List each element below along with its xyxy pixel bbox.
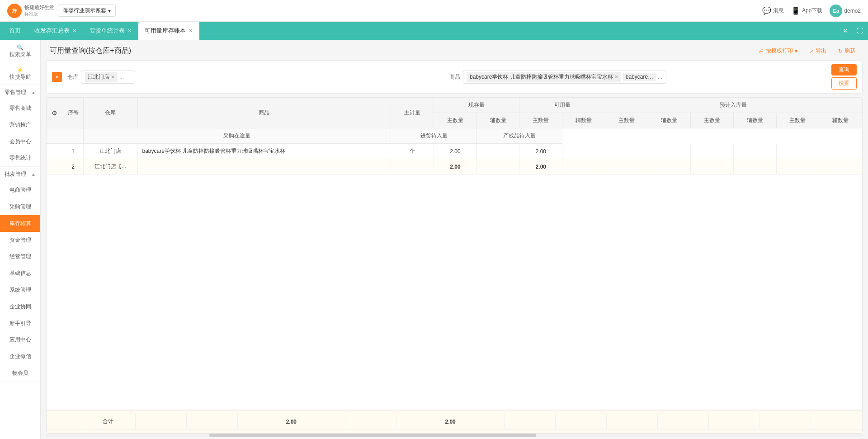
warehouse-input[interactable]: 江北门店 ✕ ...	[81, 71, 135, 84]
td-finished-main-2	[776, 159, 819, 175]
sidebar-section-wholesale-header[interactable]: 批发管理 ▲	[0, 167, 40, 182]
td-purchase-main-2	[605, 159, 648, 175]
tab-available-inventory[interactable]: 可用量库存账本 ✕	[138, 22, 199, 40]
message-icon: 💬	[762, 6, 771, 15]
page-actions: 🖨 按模板打印 ▾ ↗ 导出 ↻ 刷新	[755, 45, 859, 57]
tab-available-inventory-close[interactable]: ✕	[189, 28, 193, 34]
app-download-button[interactable]: 📱 App下载	[791, 6, 822, 15]
logo-text: 畅捷通好生意	[24, 4, 54, 10]
sidebar-item-operations[interactable]: 经营管理	[0, 248, 40, 265]
th-available-group: 可用量	[519, 98, 605, 113]
product-tag-1-text: babycare学饮杯 儿童防摔防撞吸管杯重力球吸嘴杯宝宝水杯	[470, 73, 613, 81]
warehouse-ellipsis[interactable]: ...	[119, 74, 124, 80]
print-button[interactable]: 🖨 按模板打印 ▾	[755, 45, 801, 57]
user-area[interactable]: Ea demo2	[830, 5, 861, 17]
tab-home[interactable]: 首页	[2, 22, 28, 40]
refresh-button[interactable]: ↻ 刷新	[835, 45, 859, 57]
product-ellipsis[interactable]: ...	[658, 74, 662, 80]
sidebar-item-inventory[interactable]: 库存核算	[0, 215, 40, 232]
sidebar-item-purchase[interactable]: 采购管理	[0, 198, 40, 215]
sidebar-item-enterprise-wechat[interactable]: 企业微信	[0, 348, 40, 365]
td-warehouse-1: 江北门店	[83, 144, 137, 159]
th-purchase-transit-aux: 辅数量	[648, 113, 691, 128]
settings-icon: ⚙	[52, 109, 57, 117]
sidebar-item-basic-info[interactable]: 基础信息	[0, 265, 40, 282]
tab-order-stats[interactable]: 要货单统计表 ✕	[83, 22, 138, 40]
th-unit: 主计量	[391, 98, 434, 128]
refresh-icon: ↻	[838, 48, 843, 54]
sidebar-item-finance[interactable]: 资金管理	[0, 232, 40, 249]
tab-home-label: 首页	[9, 27, 21, 35]
message-button[interactable]: 💬 消息	[762, 6, 784, 15]
td-incoming-main-1	[691, 144, 734, 159]
main-layout: 🔍 搜索菜单 ⚡ 快捷导航 零售管理 ▲ 零售商城 营销推广 会员中心 零售统计	[0, 40, 868, 439]
td-avail-aux-2	[562, 159, 605, 175]
sidebar-section-retail-header[interactable]: 零售管理 ▲	[0, 85, 40, 100]
sidebar-quick-nav[interactable]: ⚡ 快捷导航	[0, 63, 40, 85]
sidebar-item-newbie-label: 新手引导	[9, 320, 31, 327]
th-warehouse: 仓库	[83, 98, 137, 128]
warehouse-tag-text: 江北门店	[88, 73, 109, 81]
export-button[interactable]: ↗ 导出	[806, 45, 830, 57]
logo-icon: 好	[7, 4, 22, 18]
sidebar-item-operations-label: 经营管理	[9, 253, 31, 260]
sidebar-item-member-center[interactable]: 会员中心	[0, 133, 40, 150]
industry-selector[interactable]: 母婴行业演示账套 ▾	[58, 5, 116, 17]
product-tag-2: babycare…	[623, 73, 656, 81]
tab-receive-send[interactable]: 收发存汇总表 ✕	[28, 22, 83, 40]
th-incoming-aux: 辅数量	[733, 113, 776, 128]
tab-receive-send-close[interactable]: ✕	[72, 28, 77, 34]
scrollbar-thumb[interactable]	[209, 434, 536, 437]
sidebar-item-system[interactable]: 系统管理	[0, 282, 40, 298]
footer-current-aux	[345, 414, 396, 430]
sidebar-item-retail-mall-label: 零售商城	[9, 104, 31, 112]
sidebar-item-marketing[interactable]: 营销推广	[0, 117, 40, 133]
sidebar-item-retail-mall[interactable]: 零售商城	[0, 100, 40, 117]
tab-expand-button[interactable]: ⛶	[854, 24, 866, 37]
warehouse-tag-remove[interactable]: ✕	[111, 74, 115, 80]
sidebar-section-retail: 零售管理 ▲ 零售商城 营销推广 会员中心 零售统计	[0, 85, 40, 167]
horizontal-scrollbar[interactable]	[46, 434, 863, 437]
filter-expand-button[interactable]: »	[52, 72, 62, 82]
th-current-stock-text: 现存量	[468, 102, 485, 108]
th-settings[interactable]: ⚙	[47, 98, 63, 128]
sidebar-item-finance-label: 资金管理	[9, 236, 31, 244]
footer-purchase-aux	[606, 414, 657, 430]
query-button[interactable]: 查询	[831, 64, 857, 76]
td-num-1: 1	[63, 144, 83, 159]
th-warehouse-text: 仓库	[105, 109, 116, 116]
product-tag-1-remove[interactable]: ✕	[614, 74, 618, 80]
search-icon: 🔍	[4, 44, 37, 51]
sidebar-section-retail-label: 零售管理	[5, 89, 26, 96]
chevron-up-icon: ▲	[31, 90, 36, 95]
sidebar-item-app-center[interactable]: 应用中心	[0, 331, 40, 348]
product-input[interactable]: babycare学饮杯 儿童防摔防撞吸管杯重力球吸嘴杯宝宝水杯 ✕ babyca…	[463, 71, 666, 84]
sidebar-item-system-label: 系统管理	[9, 286, 31, 294]
sidebar-quick-nav-label: 快捷导航	[4, 73, 37, 81]
sidebar-item-newbie[interactable]: 新手引导	[0, 315, 40, 332]
td-current-main-1: 2.00	[434, 144, 477, 159]
sidebar-item-ecommerce[interactable]: 电商管理	[0, 182, 40, 198]
sidebar-item-enterprise[interactable]: 企业协同	[0, 298, 40, 315]
table-row: 1 江北门店 babycare学饮杯 儿童防摔防撞吸管杯重力球吸嘴杯宝宝水杯 个	[47, 144, 862, 159]
footer-table: 合计 2.00 2.00	[47, 414, 862, 430]
tab-order-stats-close[interactable]: ✕	[127, 28, 132, 34]
td-avail-aux-1	[562, 144, 605, 159]
tab-close-button[interactable]: ✕	[839, 24, 852, 37]
td-avail-main-1: 2.00	[519, 144, 562, 159]
filter-action-btns: 查询 设置	[831, 64, 857, 90]
table-container[interactable]: ⚙ 序号 仓库 商品 主计量	[47, 98, 862, 410]
filter-bar: » 仓库 江北门店 ✕ ... 商品 babycare学饮杯 儿童防摔防撞吸管杯…	[46, 60, 863, 94]
chevron-down-icon-print: ▾	[795, 48, 797, 54]
sidebar-item-retail-stats[interactable]: 零售统计	[0, 150, 40, 166]
top-header: 好 畅捷通好生意 标准版 母婴行业演示账套 ▾ 💬 消息 📱 App下载 Ea …	[0, 0, 868, 22]
chevron-down-icon: ▾	[108, 8, 111, 14]
td-incoming-aux-2	[733, 159, 776, 175]
page-title: 可用量查询(按仓库+商品)	[50, 46, 131, 56]
setting-button[interactable]: 设置	[831, 77, 857, 90]
footer-td-empty-2	[63, 414, 81, 430]
footer-avail-aux	[504, 414, 555, 430]
sidebar-item-vip-member[interactable]: 畅会员	[0, 365, 40, 382]
sidebar-section-wholesale: 批发管理 ▲ 电商管理 采购管理 库存核算 资金管理 经营管理 基础信息 系	[0, 167, 40, 382]
sidebar-search[interactable]: 🔍 搜索菜单	[0, 40, 40, 63]
